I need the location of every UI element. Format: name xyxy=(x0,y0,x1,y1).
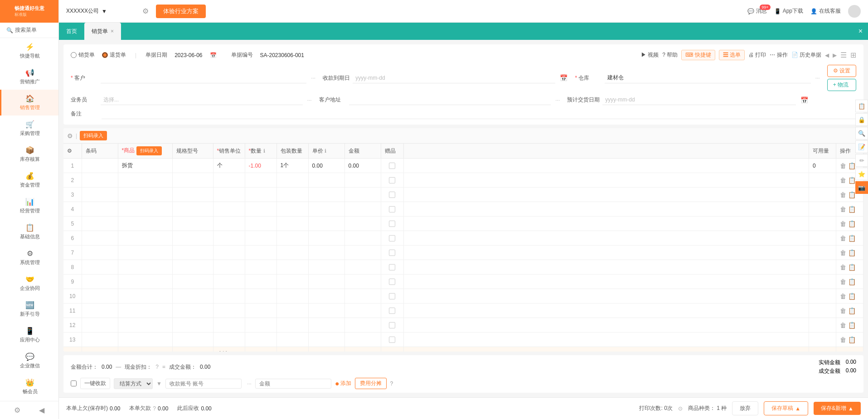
row-delete-icon[interactable]: 🗑 xyxy=(840,293,846,300)
tabbar-close-btn[interactable]: × xyxy=(858,27,863,35)
row-copy-icon[interactable]: 📋 xyxy=(848,307,856,314)
row-copy-icon[interactable]: 📋 xyxy=(848,206,856,213)
tab-close-icon[interactable]: × xyxy=(111,28,114,34)
gift-checkbox[interactable] xyxy=(389,279,395,285)
sidebar-item-marketing[interactable]: 📢营销推广 xyxy=(0,64,58,90)
collapse-icon[interactable]: ◀ xyxy=(39,406,44,414)
gift-checkbox[interactable] xyxy=(389,250,395,256)
sidebar-item-operations[interactable]: 📊经营管理 xyxy=(0,193,58,219)
account-dots[interactable]: ··· xyxy=(247,380,252,387)
row-copy-icon[interactable]: 📋 xyxy=(848,278,856,285)
settings-btn[interactable]: ⚙ 设置 xyxy=(827,65,856,77)
gift-checkbox[interactable] xyxy=(389,337,395,343)
gift-checkbox[interactable] xyxy=(389,206,395,212)
user-avatar[interactable] xyxy=(848,5,861,18)
row-copy-icon[interactable]: 📋 xyxy=(848,264,856,271)
row-delete-icon[interactable]: 🗑 xyxy=(840,206,846,213)
online-service-btn[interactable]: 👤 在线客服 xyxy=(810,7,841,15)
gift-checkbox[interactable] xyxy=(389,163,395,169)
sidebar-item-guide[interactable]: 🆕新手引导 xyxy=(0,296,58,322)
shortcut-btn[interactable]: ⌨ 快捷键 xyxy=(681,50,715,60)
message-btn[interactable]: 💬 消息 99+ xyxy=(747,7,767,15)
topbar-gear-icon[interactable]: ⚙ xyxy=(142,7,149,15)
abandon-btn[interactable]: 放弃 xyxy=(732,401,758,415)
customer-addr-dots[interactable]: ··· xyxy=(555,97,560,103)
scan-btn[interactable]: 扫码录入 xyxy=(80,131,107,140)
sidebar-item-basic[interactable]: 📋基础信息 xyxy=(0,219,58,245)
sidebar-item-wechat[interactable]: 💬企业微信 xyxy=(0,348,58,374)
row-delete-icon[interactable]: 🗑 xyxy=(840,235,846,242)
row-delete-icon[interactable]: 🗑 xyxy=(840,278,846,285)
grid-view-icon[interactable]: ⊞ xyxy=(850,51,856,59)
sidebar-item-sales[interactable]: 🏠销售管理 xyxy=(0,90,58,116)
list-view-icon[interactable]: ☰ xyxy=(840,51,847,59)
gift-checkbox[interactable] xyxy=(389,308,395,314)
sidebar-item-finance[interactable]: 💰资金管理 xyxy=(0,167,58,193)
rt-btn-5[interactable]: ✏ xyxy=(855,154,868,167)
company-selector[interactable]: XXXXXX公司 ▼ xyxy=(66,7,139,15)
row-copy-icon[interactable]: 📋 xyxy=(848,249,856,256)
help-btn[interactable]: ? 帮助 xyxy=(662,51,678,59)
tab-sales-order[interactable]: 销货单 × xyxy=(84,23,121,40)
row-copy-icon[interactable]: 📋 xyxy=(848,177,856,184)
radio-sales-input[interactable] xyxy=(71,52,77,58)
logistics-btn[interactable]: + 物流 xyxy=(827,79,856,91)
rt-btn-4[interactable]: 📝 xyxy=(855,140,868,153)
rt-btn-2[interactable]: 🔒 xyxy=(855,113,868,126)
nav-prev-icon[interactable]: ◀ xyxy=(825,52,829,58)
row-delete-icon[interactable]: 🗑 xyxy=(840,307,846,314)
expense-split-btn[interactable]: 费用分摊 xyxy=(355,378,387,389)
row-delete-icon[interactable]: 🗑 xyxy=(840,177,846,184)
ops-btn[interactable]: ⋯ 操作 xyxy=(770,51,787,59)
gift-checkbox[interactable] xyxy=(389,264,395,270)
rt-btn-6[interactable]: ⭐ xyxy=(855,168,868,180)
payment-method-select[interactable]: 结算方式 xyxy=(114,378,153,389)
nav-next-icon[interactable]: ▶ xyxy=(833,52,837,58)
customer-dots[interactable]: ··· xyxy=(311,75,315,81)
amount-input[interactable] xyxy=(255,379,331,389)
row-copy-icon[interactable]: 📋 xyxy=(848,235,856,242)
row-copy-icon[interactable]: 📋 xyxy=(848,162,856,169)
row-delete-icon[interactable]: 🗑 xyxy=(840,220,846,227)
warehouse-input[interactable] xyxy=(605,73,810,83)
video-btn[interactable]: ▶ 视频 xyxy=(641,51,659,59)
row-delete-icon[interactable]: 🗑 xyxy=(840,322,846,329)
sidebar-item-quick-nav[interactable]: ⚡快捷导航 xyxy=(0,38,58,64)
gift-checkbox[interactable] xyxy=(389,221,395,227)
gift-checkbox[interactable] xyxy=(389,293,395,299)
save-draft-btn[interactable]: 保存草稿 ▲ xyxy=(764,401,808,415)
sidebar-search[interactable]: 🔍 搜索菜单 xyxy=(0,23,58,38)
payment-due-cal[interactable]: 📅 xyxy=(560,74,567,82)
sidebar-item-members[interactable]: 👑畅会员 xyxy=(0,374,58,400)
sidebar-item-system[interactable]: ⚙系统管理 xyxy=(0,245,58,270)
gift-checkbox[interactable] xyxy=(389,322,395,328)
row-copy-icon[interactable]: 📋 xyxy=(848,336,856,343)
rt-btn-7[interactable]: 📷 xyxy=(855,181,868,194)
salesperson-dots[interactable]: ··· xyxy=(307,97,312,103)
row-delete-icon[interactable]: 🗑 xyxy=(840,264,846,271)
expected-delivery-cal[interactable]: 📅 xyxy=(800,96,808,104)
row-copy-icon[interactable]: 📋 xyxy=(848,220,856,227)
row-copy-icon[interactable]: 📋 xyxy=(848,293,856,300)
save-new-btn[interactable]: 保存&新增 ▲ xyxy=(814,402,861,415)
account-input[interactable] xyxy=(165,379,242,389)
row-delete-icon[interactable]: 🗑 xyxy=(840,162,846,169)
gift-checkbox[interactable] xyxy=(389,192,395,198)
table-settings-icon[interactable]: ⚙ xyxy=(67,132,73,140)
row-delete-icon[interactable]: 🗑 xyxy=(840,336,846,343)
sidebar-item-apps[interactable]: 📱应用中心 xyxy=(0,322,58,348)
history-btn[interactable]: 📄 历史单据 xyxy=(791,51,821,59)
sidebar-item-inventory[interactable]: 📦库存核算 xyxy=(0,141,58,167)
add-btn[interactable]: ● 添加 xyxy=(335,380,351,388)
row-copy-icon[interactable]: 📋 xyxy=(848,322,856,329)
row-copy-icon[interactable]: 📋 xyxy=(848,191,856,198)
scan-btn-th[interactable]: 扫码录入 xyxy=(136,146,162,155)
row-delete-icon[interactable]: 🗑 xyxy=(840,191,846,198)
row-delete-icon[interactable]: 🗑 xyxy=(840,249,846,256)
radio-return[interactable]: 退货单 xyxy=(102,51,126,59)
trial-btn[interactable]: 体验行业方案 xyxy=(156,5,206,18)
gift-checkbox[interactable] xyxy=(389,235,395,241)
radio-return-input[interactable] xyxy=(102,52,108,58)
rt-btn-1[interactable]: 📋 xyxy=(855,100,868,112)
rt-btn-3[interactable]: 🔍 xyxy=(855,127,868,140)
